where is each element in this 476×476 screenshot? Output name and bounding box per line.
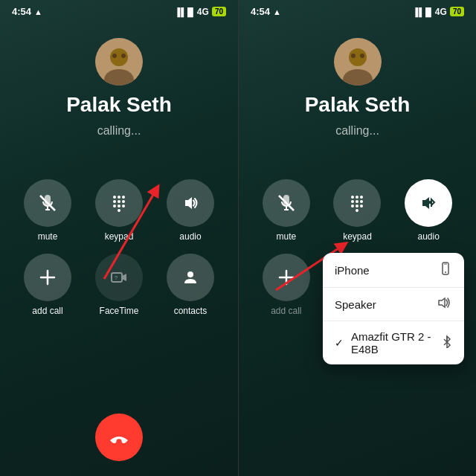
mute-button-right[interactable]: mute [257, 179, 316, 242]
audio-button-right[interactable]: audio [399, 179, 458, 242]
keypad-button-left[interactable]: keypad [89, 179, 149, 242]
location-icon: ▲ [34, 7, 42, 16]
facetime-label-left: FaceTime [100, 306, 139, 316]
svg-point-42 [356, 205, 358, 208]
contact-name-left: Palak Seth [66, 93, 172, 117]
svg-text:?: ? [115, 274, 118, 281]
location-icon-right: ▲ [273, 7, 281, 16]
avatar-image-right [334, 38, 382, 86]
status-time-left: 4:54 ▲ [12, 6, 42, 17]
keypad-circle-left [95, 179, 143, 227]
audio-circle-right [405, 179, 452, 227]
status-bar-right: 4:54 ▲ ▐▌█ 4G 70 [239, 0, 476, 20]
keypad-circle-right [333, 179, 381, 227]
contacts-button-left[interactable]: contacts [161, 254, 220, 316]
keypad-button-right[interactable]: keypad [328, 179, 387, 242]
amazfit-label: Amazfit GTR 2 - E48B [351, 330, 442, 356]
mute-circle-right [263, 179, 310, 227]
speaker-icon-dropdown [437, 297, 452, 309]
iphone-device-icon [439, 262, 452, 275]
svg-point-17 [118, 209, 120, 212]
svg-point-39 [356, 200, 358, 203]
keypad-label-right: keypad [343, 231, 372, 242]
bluetooth-audio-icon [419, 194, 437, 212]
svg-point-9 [118, 196, 120, 199]
audio-dropdown: iPhone Speaker ✓ [323, 253, 464, 364]
keypad-icon [110, 194, 128, 212]
add-call-label-left: add call [32, 306, 62, 316]
status-icons-right: ▐▌█ 4G 70 [412, 7, 464, 17]
add-call-button-right[interactable]: add call [257, 254, 316, 316]
add-call-circle-left [24, 254, 71, 301]
avatar-image-left [95, 38, 143, 86]
keypad-label-left: keypad [105, 231, 134, 242]
right-phone-screen: 4:54 ▲ ▐▌█ 4G 70 Palak Seth calling... [238, 0, 476, 476]
add-call-circle-right [263, 254, 310, 301]
svg-point-10 [122, 196, 125, 199]
facetime-button-left[interactable]: ? FaceTime [89, 254, 149, 316]
mute-button-left[interactable]: mute [18, 179, 77, 242]
contacts-label-left: contacts [174, 306, 208, 316]
battery-badge: 70 [212, 7, 226, 16]
speaker-label: Speaker [335, 298, 376, 311]
amazfit-item-left: ✓ Amazfit GTR 2 - E48B [335, 330, 442, 356]
keypad-icon-right [348, 194, 366, 212]
svg-point-38 [351, 200, 354, 203]
time-left: 4:54 [12, 6, 31, 17]
svg-point-1 [110, 48, 128, 66]
svg-point-37 [360, 196, 363, 199]
contact-section-left: Palak Seth calling... [0, 20, 238, 149]
controls-row2-left: add call ? FaceTime contacts [0, 254, 238, 328]
svg-point-8 [113, 196, 116, 199]
speaker-vol-icon [437, 297, 452, 312]
plus-icon [39, 269, 56, 286]
mic-off-icon-right [277, 193, 296, 213]
audio-circle-left [167, 179, 214, 227]
left-phone-screen: 4:54 ▲ ▐▌█ 4G 70 Palak Seth calling... [0, 0, 238, 476]
svg-point-41 [351, 205, 354, 208]
svg-point-4 [121, 54, 126, 58]
svg-point-36 [356, 196, 358, 199]
add-call-button-left[interactable]: add call [18, 254, 77, 316]
check-mark-icon: ✓ [335, 337, 344, 349]
contact-status-right: calling... [335, 124, 379, 138]
network-label-right: 4G [435, 7, 447, 17]
bluetooth-icon-dropdown [442, 335, 452, 348]
avatar-left [95, 38, 143, 86]
status-bar-left: 4:54 ▲ ▐▌█ 4G 70 [0, 0, 238, 20]
svg-point-28 [349, 48, 367, 66]
signal-icon: ▐▌█ [174, 7, 193, 16]
end-call-section-right [239, 447, 476, 476]
status-icons-left: ▐▌█ 4G 70 [174, 7, 226, 17]
svg-point-24 [187, 271, 193, 277]
svg-point-12 [118, 200, 120, 203]
phone-device-icon [439, 262, 452, 278]
svg-point-11 [113, 200, 116, 203]
svg-point-50 [445, 271, 446, 273]
amazfit-option[interactable]: ✓ Amazfit GTR 2 - E48B [323, 321, 464, 364]
svg-point-30 [351, 54, 356, 58]
iphone-label: iPhone [335, 264, 370, 277]
battery-badge-right: 70 [450, 7, 464, 16]
svg-point-44 [356, 209, 358, 212]
speaker-icon [181, 193, 200, 213]
audio-button-left[interactable]: audio [161, 179, 220, 242]
svg-point-43 [360, 205, 363, 208]
time-right: 4:54 [251, 6, 270, 17]
svg-point-40 [360, 200, 363, 203]
iphone-option[interactable]: iPhone [323, 253, 464, 288]
svg-point-14 [113, 205, 116, 208]
mute-circle-left [24, 179, 71, 227]
mute-label-right: mute [276, 231, 296, 242]
contact-status-left: calling... [97, 124, 141, 138]
video-icon: ? [110, 268, 128, 286]
speaker-option[interactable]: Speaker [323, 288, 464, 321]
controls-row1-right: mute keypad [239, 149, 476, 254]
contact-name-right: Palak Seth [305, 93, 411, 117]
svg-point-3 [112, 54, 117, 58]
status-time-right: 4:54 ▲ [251, 6, 281, 17]
end-call-button-left[interactable] [95, 414, 143, 461]
svg-marker-52 [439, 298, 445, 307]
person-icon [181, 268, 199, 286]
svg-point-13 [122, 200, 125, 203]
